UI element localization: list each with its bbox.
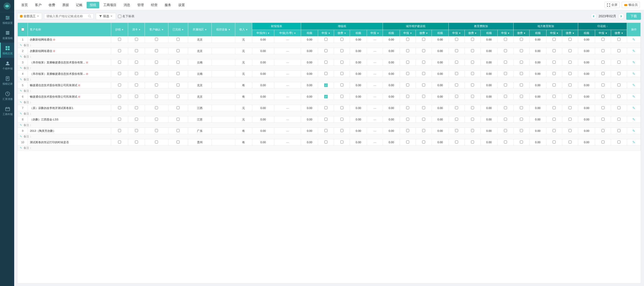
row-edu-declare[interactable] bbox=[448, 128, 464, 134]
edit-icon[interactable]: ✎ bbox=[632, 83, 635, 87]
row-action[interactable]: ✎ bbox=[627, 105, 641, 111]
nav-service[interactable]: 服务 bbox=[162, 2, 174, 8]
row-urban-pay[interactable] bbox=[416, 82, 432, 88]
row-stamp-pay[interactable] bbox=[611, 71, 627, 77]
row-local-pay[interactable] bbox=[513, 105, 529, 111]
row-urban-pay[interactable] bbox=[416, 48, 432, 54]
row-edu-declare2[interactable] bbox=[497, 48, 513, 54]
remark-edit-icon[interactable]: ✎ bbox=[20, 112, 22, 115]
row-clear-card[interactable] bbox=[128, 105, 145, 111]
row-customer-confirm[interactable] bbox=[145, 48, 168, 54]
row-paid-tax[interactable] bbox=[168, 94, 188, 100]
row-edu-declare2[interactable] bbox=[497, 116, 513, 123]
edit-icon[interactable]: ✎ bbox=[632, 49, 635, 53]
row-local-pay2[interactable] bbox=[562, 59, 578, 66]
row-edu-pay[interactable] bbox=[464, 105, 480, 111]
remark-edit-icon[interactable]: ✎ bbox=[20, 66, 22, 69]
row-stamp-pay[interactable] bbox=[611, 105, 627, 111]
edit-icon[interactable]: ✎ bbox=[632, 72, 635, 76]
row-urban-declare[interactable] bbox=[400, 82, 416, 88]
row-paid-tax[interactable] bbox=[168, 128, 188, 134]
row-local-pay[interactable] bbox=[513, 82, 529, 88]
row-stamp-pay[interactable] bbox=[611, 37, 627, 43]
row-paid-tax[interactable] bbox=[168, 116, 188, 123]
row-local-pay[interactable] bbox=[513, 59, 529, 66]
row-stamp-pay[interactable] bbox=[611, 116, 627, 123]
row-edu-declare2[interactable] bbox=[497, 82, 513, 88]
row-stamp-declare[interactable] bbox=[595, 48, 611, 54]
row-clear-card[interactable] bbox=[128, 48, 145, 54]
edit-icon[interactable]: ✎ bbox=[632, 129, 635, 133]
row-local-pay2[interactable] bbox=[562, 37, 578, 43]
row-urban-declare[interactable] bbox=[400, 48, 416, 54]
row-customer-confirm[interactable] bbox=[145, 105, 168, 111]
row-edu-declare[interactable] bbox=[448, 59, 464, 66]
row-copy-tax[interactable] bbox=[111, 37, 128, 43]
row-vat-declare[interactable] bbox=[318, 37, 334, 43]
row-stamp-declare[interactable] bbox=[595, 82, 611, 88]
row-vat-declare[interactable] bbox=[318, 71, 334, 77]
row-vat-declare[interactable] bbox=[318, 48, 334, 54]
row-urban-declare[interactable] bbox=[400, 128, 416, 134]
row-paid-tax[interactable] bbox=[168, 71, 188, 77]
row-edu-declare2[interactable] bbox=[497, 59, 513, 66]
row-urban-declare[interactable] bbox=[400, 71, 416, 77]
row-urban-pay[interactable] bbox=[416, 37, 432, 43]
row-vat-pay[interactable] bbox=[334, 139, 350, 146]
row-stamp-declare[interactable] bbox=[595, 37, 611, 43]
row-stamp-pay[interactable] bbox=[611, 59, 627, 66]
row-vat-declare[interactable] bbox=[318, 59, 334, 66]
remark-edit-icon[interactable]: ✎ bbox=[20, 89, 22, 92]
row-local-pay2[interactable] bbox=[562, 139, 578, 146]
row-urban-pay[interactable] bbox=[416, 59, 432, 66]
download-button[interactable]: 下载 bbox=[626, 13, 641, 20]
row-edu-pay[interactable] bbox=[464, 94, 480, 100]
row-urban-declare[interactable] bbox=[400, 37, 416, 43]
row-clear-card[interactable] bbox=[128, 94, 145, 100]
row-stamp-declare[interactable] bbox=[595, 71, 611, 77]
row-customer-confirm[interactable] bbox=[145, 82, 168, 88]
row-local-pay[interactable] bbox=[513, 116, 529, 123]
row-copy-tax[interactable] bbox=[111, 105, 128, 111]
row-local-pay2[interactable] bbox=[562, 105, 578, 111]
row-vat-pay[interactable] bbox=[334, 82, 350, 88]
row-customer-confirm[interactable] bbox=[145, 59, 168, 66]
row-edu-declare2[interactable] bbox=[497, 71, 513, 77]
row-paid-tax[interactable] bbox=[168, 59, 188, 66]
search-input[interactable] bbox=[46, 14, 87, 18]
row-stamp-declare[interactable] bbox=[595, 116, 611, 123]
row-action[interactable]: ✎ bbox=[627, 94, 641, 100]
row-vat-declare[interactable] bbox=[318, 105, 334, 111]
row-local-declare[interactable] bbox=[546, 37, 562, 43]
row-customer-confirm[interactable] bbox=[145, 139, 168, 146]
row-customer-confirm[interactable] bbox=[145, 37, 168, 43]
edit-icon[interactable]: ✎ bbox=[632, 106, 635, 110]
row-paid-tax[interactable] bbox=[168, 105, 188, 111]
row-local-declare[interactable] bbox=[546, 48, 562, 54]
row-edu-pay[interactable] bbox=[464, 59, 480, 66]
row-edu-pay[interactable] bbox=[464, 37, 480, 43]
row-edu-declare[interactable] bbox=[448, 71, 464, 77]
row-stamp-declare[interactable] bbox=[595, 139, 611, 146]
row-local-declare[interactable] bbox=[546, 128, 562, 134]
row-urban-declare[interactable] bbox=[400, 105, 416, 111]
row-stamp-pay[interactable] bbox=[611, 82, 627, 88]
sidebar-item-annual[interactable]: 工商年报 bbox=[0, 103, 14, 119]
row-local-declare[interactable] bbox=[546, 94, 562, 100]
row-action[interactable]: ✎ bbox=[627, 139, 641, 146]
row-stamp-declare[interactable] bbox=[595, 94, 611, 100]
row-edu-pay[interactable] bbox=[464, 71, 480, 77]
row-stamp-declare[interactable] bbox=[595, 105, 611, 111]
row-local-declare[interactable] bbox=[546, 82, 562, 88]
row-local-declare[interactable] bbox=[546, 105, 562, 111]
row-vat-declare[interactable]: ✓ bbox=[318, 82, 334, 88]
row-clear-card[interactable] bbox=[128, 59, 145, 66]
row-vat-pay[interactable] bbox=[334, 59, 350, 66]
row-clear-card[interactable] bbox=[128, 37, 145, 43]
row-edu-declare[interactable] bbox=[448, 105, 464, 111]
row-edu-declare2[interactable] bbox=[497, 37, 513, 43]
row-urban-declare[interactable] bbox=[400, 139, 416, 146]
select-all-checkbox[interactable] bbox=[21, 28, 24, 31]
nav-home[interactable]: 首页 bbox=[18, 2, 31, 8]
row-stamp-pay[interactable] bbox=[611, 139, 627, 146]
